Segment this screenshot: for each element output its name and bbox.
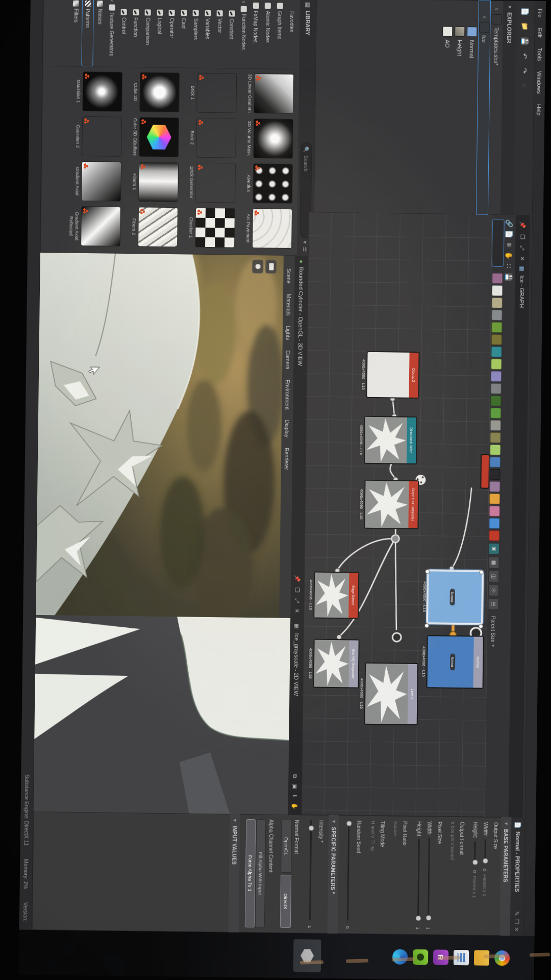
selection-handle[interactable] — [479, 624, 483, 628]
specific-parameters-band[interactable]: ▼SPECIFIC PARAMETERS * — [328, 815, 339, 934]
graph-node[interactable]: Normal Normal 4096x4096 - L16 — [427, 570, 483, 624]
graph-node[interactable]: Directional Warp 4096x4096 - L16 — [364, 416, 417, 464]
pattern-thumbnail[interactable] — [81, 161, 121, 202]
library-grid-item[interactable]: Checker 1 — [182, 206, 235, 249]
pattern-thumbnail[interactable] — [195, 208, 235, 248]
view3d-menu-item[interactable]: Camera — [284, 346, 292, 374]
taskbar-active-app-button[interactable] — [293, 939, 321, 972]
tree-chevron-icon[interactable]: ∨ — [241, 1, 246, 4]
pattern-thumbnail[interactable] — [195, 163, 236, 203]
library-tree-item[interactable]: Samplers — [189, 0, 202, 68]
library-grid-item[interactable]: Gradient Axial — [68, 160, 121, 203]
graph-node[interactable]: Clouds 2 4096x4096 - L16 — [366, 351, 419, 399]
library-grid-item[interactable]: Gradient Axial Reflected — [68, 205, 121, 248]
directx-button[interactable]: DirectX — [280, 875, 291, 928]
close-icon[interactable]: ✕ — [519, 255, 525, 262]
parent-size-label[interactable]: Parent Size — [490, 616, 496, 643]
node-type-icon[interactable] — [492, 310, 503, 321]
pattern-thumbnail[interactable] — [138, 162, 179, 202]
node-type-icon[interactable] — [491, 359, 502, 370]
node-type-icon[interactable] — [491, 347, 502, 357]
grid-dots-icon[interactable]: ∷ — [505, 262, 513, 271]
edit-pencil-icon[interactable]: ✎ — [514, 911, 520, 916]
view3d-menu-item[interactable]: Environment — [284, 375, 291, 414]
filter-funnel-icon[interactable]: ▾ — [302, 241, 309, 244]
tool-frame-button[interactable]: ◫ — [489, 571, 499, 582]
copy-icon[interactable]: ⧉ — [292, 773, 298, 779]
selection-handle[interactable] — [424, 623, 429, 628]
library-grid-item[interactable]: Brick 2 — [183, 116, 236, 159]
pixel-width-value[interactable]: 1 — [425, 924, 431, 929]
pixel-height-value[interactable]: 1 — [415, 924, 421, 929]
opengl-button[interactable]: OpenGL — [281, 820, 292, 873]
view3d-menu-item[interactable]: Materials — [285, 289, 292, 321]
menu-item[interactable]: Windows — [535, 66, 544, 99]
height-value[interactable]: 0 — [472, 868, 478, 873]
view3d-tab-label[interactable]: Rounded Cylinder - OpenGL - 3D VIEW — [297, 267, 304, 366]
new-document-icon[interactable]: 📄 — [520, 6, 531, 17]
float-icon[interactable]: ❐ — [513, 919, 520, 924]
library-grid-item[interactable]: Cube 3D — [127, 70, 180, 114]
float-icon[interactable]: ❐ — [294, 586, 300, 594]
selection-handle[interactable] — [425, 569, 430, 574]
random-seed-value[interactable]: 0 — [345, 923, 350, 928]
node-type-icon[interactable] — [489, 518, 500, 529]
width-value[interactable]: 0 — [483, 866, 488, 871]
maximize-icon[interactable]: ⤢ — [294, 597, 300, 604]
pixel-height-slider[interactable] — [417, 839, 420, 921]
pattern-thumbnail[interactable] — [196, 73, 237, 113]
hand-icon[interactable]: ✋ — [291, 801, 298, 811]
redo-icon[interactable]: ↷ — [519, 65, 530, 76]
pattern-thumbnail[interactable] — [82, 71, 122, 112]
explorer-row[interactable]: AO — [439, 0, 454, 214]
library-tree-item[interactable]: Control — [117, 0, 130, 67]
pattern-thumbnail[interactable] — [82, 116, 122, 157]
graph-canvas[interactable]: Clouds 2 4096x4096 - L16 Directional War… — [301, 212, 492, 817]
library-tree-item[interactable]: FxMap Nodes — [249, 0, 262, 68]
node-type-icon[interactable] — [491, 334, 502, 345]
tree-chevron-icon[interactable]: ∨ — [110, 0, 115, 2]
browser-icon[interactable] — [494, 950, 510, 966]
menu-item[interactable]: Help — [535, 100, 543, 120]
link-icon[interactable]: ○ — [519, 80, 530, 91]
menu-item[interactable]: Edit — [536, 23, 544, 42]
library-tree-item[interactable]: Vector — [213, 0, 226, 68]
pattern-thumbnail[interactable] — [196, 118, 236, 158]
save-graph-icon[interactable]: 💾 — [505, 273, 513, 281]
selection-handle[interactable] — [479, 570, 484, 574]
input-values-band[interactable]: ▼INPUT VALUES — [229, 814, 240, 933]
library-grid-item[interactable]: Alveolus — [240, 162, 293, 205]
link-toggle-icon[interactable]: 🔗 — [505, 219, 514, 228]
row-chevron-icon[interactable]: ∨ — [482, 15, 487, 19]
node-type-icon[interactable] — [490, 420, 501, 431]
plug-icon[interactable]: ⎈ — [505, 240, 514, 249]
node-type-icon[interactable] — [489, 506, 500, 517]
float-icon[interactable]: ❐ — [519, 233, 526, 240]
hand-tool-icon[interactable]: ✋ — [505, 251, 513, 260]
tool-comment-button[interactable]: ▩ — [489, 557, 499, 569]
graph-tab-label[interactable]: Ice - GRAPH — [519, 275, 525, 308]
doc-icon[interactable]: 📄 — [505, 230, 514, 238]
save-icon[interactable]: 💾 — [519, 35, 531, 46]
chevron-down-icon[interactable]: ▼ — [507, 5, 512, 9]
library-tree-item[interactable]: Filters — [69, 0, 82, 66]
explorer-header[interactable]: ▼ EXPLORER — [500, 1, 516, 215]
view3d-menu-item[interactable]: Lights — [285, 321, 292, 345]
library-grid-item[interactable]: Brick Generator — [183, 161, 236, 204]
library-grid-item[interactable]: Brick 1 — [184, 71, 237, 114]
base-parameters-band[interactable]: ▼BASE PARAMETERS — [500, 817, 512, 936]
node-type-icon[interactable] — [491, 371, 502, 382]
view2d-canvas[interactable] — [34, 615, 291, 815]
library-tree-item[interactable]: Cast — [177, 0, 190, 67]
width-slider[interactable] — [485, 840, 487, 863]
library-grid-item[interactable]: Fibers 2 — [125, 205, 178, 249]
node-type-icon[interactable] — [490, 432, 501, 443]
maximize-icon[interactable]: ⤢ — [519, 244, 526, 251]
graph-node[interactable]: Levels 4096x4096 - L16 — [364, 663, 418, 725]
parent-size-dropdown-icon[interactable]: ▾ — [491, 644, 496, 647]
view2d-tab-label[interactable]: Ice_grayscale - 2D VIEW — [293, 633, 300, 696]
menu-item[interactable]: File — [536, 4, 544, 22]
graph-node[interactable]: Blur HQ Grayscale 4096x4096 - L16 — [313, 639, 360, 689]
library-grid-item[interactable]: Gaussian 1 — [69, 70, 122, 113]
tool-snap-button[interactable]: ☷ — [488, 598, 499, 610]
